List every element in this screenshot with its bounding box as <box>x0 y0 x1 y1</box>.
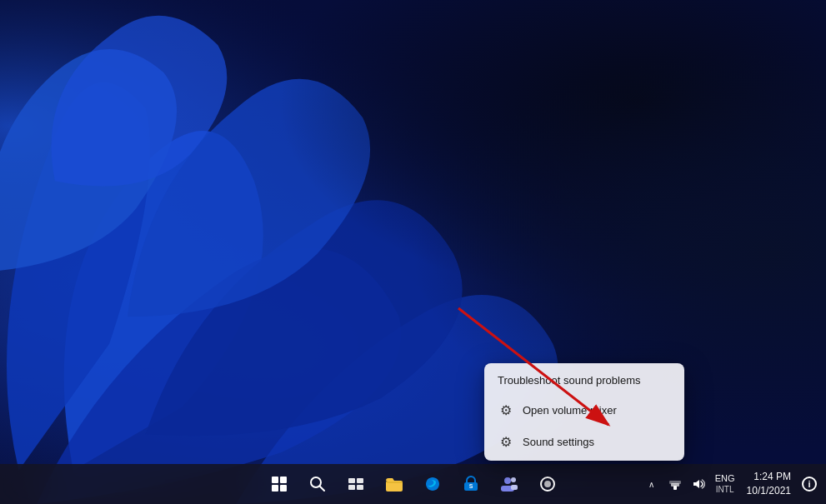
network-tray-icon[interactable] <box>665 474 685 494</box>
context-menu-item-volume-mixer[interactable]: ⚙ Open volume mixer <box>484 394 684 426</box>
volume-mixer-label: Open volume mixer <box>523 404 617 417</box>
svg-point-19 <box>511 477 516 482</box>
notification-button[interactable]: i <box>799 474 819 494</box>
language-intl: INTL <box>716 485 734 495</box>
show-hidden-icons-button[interactable]: ∧ <box>642 474 662 494</box>
language-eng: ENG <box>715 473 735 484</box>
volume-mixer-icon: ⚙ <box>498 402 514 418</box>
svg-rect-10 <box>348 478 355 483</box>
volume-tray-icon[interactable] <box>688 474 708 494</box>
sound-settings-label: Sound settings <box>523 436 594 448</box>
svg-point-22 <box>544 481 551 487</box>
taskbar-right: ∧ ENG INTL <box>642 470 819 498</box>
cortana-button[interactable] <box>531 467 564 501</box>
microsoft-edge-button[interactable] <box>416 467 449 501</box>
taskbar: S <box>0 464 826 504</box>
svg-point-17 <box>504 477 511 484</box>
search-button[interactable] <box>301 467 334 501</box>
svg-rect-12 <box>348 485 355 490</box>
desktop: Troubleshoot sound problems ⚙ Open volum… <box>0 0 826 504</box>
file-explorer-button[interactable] <box>378 467 411 501</box>
language-indicator[interactable]: ENG INTL <box>712 473 738 494</box>
microsoft-store-button[interactable]: S <box>454 467 488 501</box>
context-menu: Troubleshoot sound problems ⚙ Open volum… <box>484 363 684 461</box>
wallpaper <box>0 0 826 504</box>
taskbar-center: S <box>263 467 564 501</box>
svg-rect-20 <box>511 485 518 490</box>
svg-line-9 <box>319 487 324 492</box>
sound-settings-icon: ⚙ <box>498 433 514 450</box>
chevron-up-icon: ∧ <box>648 480 654 489</box>
context-menu-item-sound-settings[interactable]: ⚙ Sound settings <box>484 426 684 457</box>
svg-rect-25 <box>669 481 681 484</box>
troubleshoot-label: Troubleshoot sound problems <box>498 374 641 387</box>
svg-rect-11 <box>357 478 363 483</box>
svg-text:S: S <box>468 483 473 489</box>
clock-date: 10/1/2021 <box>747 484 791 498</box>
info-icon: i <box>802 477 817 492</box>
teams-button[interactable] <box>493 467 526 501</box>
task-view-button[interactable] <box>339 467 373 501</box>
windows-logo <box>272 477 287 492</box>
svg-rect-13 <box>357 485 363 490</box>
start-button[interactable] <box>263 467 296 501</box>
clock[interactable]: 1:24 PM 10/1/2021 <box>742 470 796 498</box>
clock-time: 1:24 PM <box>753 470 791 484</box>
context-menu-item-troubleshoot[interactable]: Troubleshoot sound problems <box>484 367 684 394</box>
